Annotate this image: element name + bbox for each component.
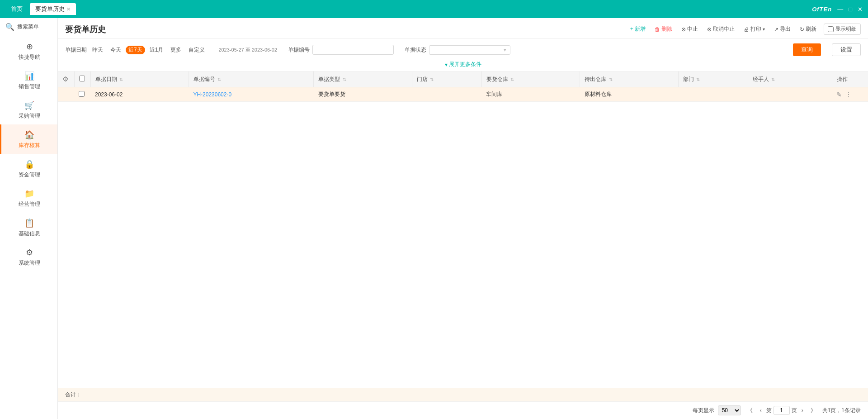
- date-label: 单据日期: [65, 46, 87, 54]
- sort-docdate-icon[interactable]: ⇅: [119, 77, 123, 82]
- sort-dept-icon[interactable]: ⇅: [696, 77, 700, 82]
- sidebar-item-basic-info[interactable]: 📋 基础信息: [0, 213, 57, 242]
- custom-date-btn[interactable]: 自定义: [186, 46, 208, 54]
- sort-waitwarehouse-icon[interactable]: ⇅: [609, 77, 613, 82]
- cancel-stop-button[interactable]: ⊗ 取消中止: [705, 24, 736, 34]
- col-docdate-label: 单据日期: [95, 76, 117, 82]
- col-store: 门店 ⇅: [412, 71, 481, 87]
- sort-doctype-icon[interactable]: ⇅: [343, 77, 346, 82]
- row-handler: [748, 87, 832, 102]
- tab-home-label: 首页: [11, 5, 23, 13]
- pagination: 每页显示 20 50 100 《 ‹ 第 页 › 》 共1页，1条记录: [58, 401, 868, 419]
- next-page-btn[interactable]: ›: [799, 406, 806, 414]
- select-all-checkbox[interactable]: [79, 76, 85, 81]
- sidebar-search[interactable]: 🔍 搜索菜单: [0, 18, 57, 36]
- stop-button[interactable]: ⊗ 中止: [679, 24, 700, 34]
- col-handler-label: 经手人: [753, 76, 769, 82]
- table-settings-icon[interactable]: ⚙: [62, 75, 68, 83]
- sidebar-item-system[interactable]: ⚙ 系统管理: [0, 242, 57, 271]
- date-filter: 单据日期 昨天 今天 近7天 近1月 更多 自定义: [65, 46, 208, 54]
- docno-filter: 单据编号: [288, 45, 394, 55]
- row-doctype: 要货单要货: [314, 87, 412, 102]
- close-btn[interactable]: ✕: [858, 6, 863, 13]
- last7days-btn[interactable]: 近7天: [126, 46, 145, 54]
- row-waitwarehouse: 原材料仓库: [580, 87, 678, 102]
- docno-link[interactable]: YH-20230602-0: [193, 91, 231, 98]
- refresh-button[interactable]: ↻ 刷新: [798, 24, 818, 34]
- purchase-icon: 🛒: [24, 100, 34, 110]
- last-page-btn[interactable]: 》: [808, 406, 819, 415]
- sidebar-item-sales[interactable]: 📊 销售管理: [0, 66, 57, 95]
- window-controls: OfTEn — □ ✕: [812, 6, 863, 13]
- yesterday-btn[interactable]: 昨天: [90, 46, 106, 54]
- close-tab-icon[interactable]: ✕: [66, 6, 71, 12]
- col-waitwarehouse: 待出仓库 ⇅: [580, 71, 678, 87]
- display-detail-checkbox[interactable]: [828, 26, 834, 32]
- row-docno: YH-20230602-0: [189, 87, 314, 102]
- export-button[interactable]: ↗ 导出: [772, 24, 793, 34]
- sidebar-item-label: 系统管理: [19, 259, 40, 267]
- cancel-stop-label: 取消中止: [713, 25, 735, 33]
- page-input[interactable]: [774, 406, 790, 415]
- status-select[interactable]: ▾: [429, 45, 510, 55]
- more-date-btn[interactable]: 更多: [168, 46, 184, 54]
- sort-handler-icon[interactable]: ⇅: [771, 77, 775, 82]
- tab-history-label: 要货单历史: [35, 5, 65, 13]
- date-range-display: 2023-05-27 至 2023-06-02: [218, 47, 277, 53]
- more-icon[interactable]: ⋮: [845, 91, 852, 98]
- col-settings: ⚙: [58, 71, 74, 87]
- docno-input[interactable]: [312, 45, 394, 55]
- last1month-btn[interactable]: 近1月: [147, 46, 166, 54]
- sort-reqwarehouse-icon[interactable]: ⇅: [510, 77, 514, 82]
- status-chevron-icon: ▾: [504, 47, 506, 53]
- row-docdate: 2023-06-02: [90, 87, 189, 102]
- row-reqwarehouse: 车间库: [481, 87, 580, 102]
- edit-icon[interactable]: ✎: [836, 91, 842, 98]
- maximize-btn[interactable]: □: [849, 6, 852, 13]
- tab-bar: 首页 要货单历史 ✕: [5, 3, 812, 15]
- system-icon: ⚙: [26, 248, 33, 257]
- per-page-label: 每页显示: [693, 407, 714, 414]
- sort-docno-icon[interactable]: ⇅: [217, 77, 221, 82]
- row-dept: [678, 87, 748, 102]
- first-page-btn[interactable]: 《: [745, 406, 755, 415]
- sidebar-item-quick-nav[interactable]: ⊕ 快捷导航: [0, 36, 57, 66]
- row-action: ✎ ⋮: [832, 87, 868, 102]
- display-detail-button[interactable]: 显示明细: [824, 24, 861, 35]
- tab-history[interactable]: 要货单历史 ✕: [30, 3, 76, 15]
- filter-area: 单据日期 昨天 今天 近7天 近1月 更多 自定义 2023-05-27 至 2…: [58, 39, 868, 71]
- today-btn[interactable]: 今天: [108, 46, 124, 54]
- sidebar: 🔍 搜索菜单 ⊕ 快捷导航 📊 销售管理 🛒 采购管理 🏠 库存核算 🔒 资金管…: [0, 18, 58, 419]
- setting-button[interactable]: 设置: [832, 43, 861, 56]
- cancel-stop-icon: ⊗: [707, 26, 712, 33]
- sidebar-item-finance[interactable]: 🔒 资金管理: [0, 154, 57, 183]
- new-button[interactable]: + 新增: [628, 24, 647, 34]
- content-area: 要货单历史 + 新增 🗑 删除 ⊗ 中止 ⊗ 取消中止: [58, 18, 868, 419]
- per-page-select[interactable]: 20 50 100: [718, 405, 741, 415]
- export-icon: ↗: [774, 26, 778, 33]
- page-label: 第: [766, 407, 772, 414]
- tab-home[interactable]: 首页: [5, 3, 28, 15]
- new-label: + 新增: [630, 25, 646, 33]
- sidebar-item-purchase[interactable]: 🛒 采购管理: [0, 95, 57, 124]
- sidebar-item-inventory[interactable]: 🏠 库存核算: [0, 124, 57, 154]
- table-footer: 合计：: [58, 388, 868, 401]
- row-select-checkbox[interactable]: [79, 91, 85, 97]
- quick-nav-icon: ⊕: [26, 42, 33, 52]
- query-button[interactable]: 查询: [793, 43, 821, 56]
- operations-icon: 📁: [24, 189, 34, 199]
- sort-store-icon[interactable]: ⇅: [430, 77, 434, 82]
- delete-button[interactable]: 🗑 删除: [653, 24, 674, 34]
- page-header: 要货单历史 + 新增 🗑 删除 ⊗ 中止 ⊗ 取消中止: [58, 18, 868, 39]
- filter-row: 单据日期 昨天 今天 近7天 近1月 更多 自定义 2023-05-27 至 2…: [65, 43, 861, 56]
- prev-page-btn[interactable]: ‹: [757, 406, 764, 414]
- expand-filter-button[interactable]: ▾ 展开更多条件: [445, 61, 481, 68]
- minimize-btn[interactable]: —: [837, 6, 843, 13]
- sales-icon: 📊: [24, 71, 34, 81]
- date-range-text: 2023-05-27 至 2023-06-02: [218, 47, 277, 53]
- basic-info-icon: 📋: [24, 218, 34, 228]
- sidebar-item-operations[interactable]: 📁 经营管理: [0, 183, 57, 213]
- print-button[interactable]: 🖨 打印 ▾: [742, 24, 767, 34]
- col-dept-label: 部门: [683, 76, 694, 82]
- table-row: 2023-06-02 YH-20230602-0 要货单要货 车间库 原材料仓库: [58, 87, 868, 102]
